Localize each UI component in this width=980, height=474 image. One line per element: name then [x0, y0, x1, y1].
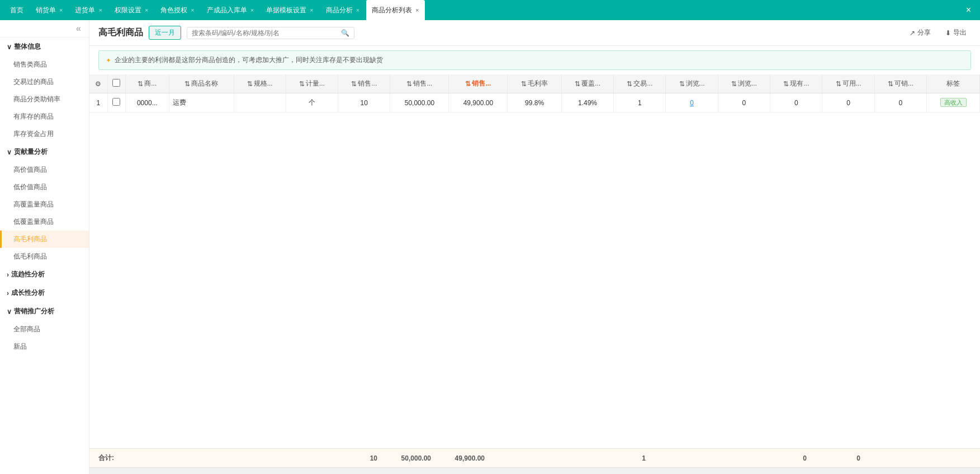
- window-close-button[interactable]: ×: [962, 5, 976, 15]
- row-select-checkbox[interactable]: [112, 98, 120, 106]
- spec-column-header: ⇅ 规格...: [234, 74, 286, 93]
- footer-transaction: 1: [604, 454, 649, 462]
- export-button[interactable]: ⬇ 导出: [941, 26, 971, 40]
- table-row: 1 0000... 运费 个 10 50,000.00 49,900.00 99…: [89, 93, 980, 112]
- sidebar-item-category-rate[interactable]: 商品分类助销率: [0, 91, 89, 108]
- select-all-checkbox[interactable]: [112, 79, 120, 87]
- search-icon[interactable]: 🔍: [341, 29, 349, 37]
- footer-sales-cost: 49,900.00: [443, 454, 488, 462]
- row-saleable: 0: [874, 93, 926, 112]
- sidebar-group-growth[interactable]: › 成长性分析: [0, 284, 89, 302]
- nav-tab-template[interactable]: 单据模板设置 ×: [261, 0, 319, 20]
- nav-tab-role[interactable]: 角色授权 ×: [155, 0, 200, 20]
- chevron-down-icon: ∨: [7, 308, 12, 316]
- filter-recent-month-button[interactable]: 近一月: [149, 26, 181, 40]
- sidebar-item-high-margin[interactable]: 高毛利商品: [0, 231, 89, 248]
- row-sales-cost: 49,900.00: [449, 93, 508, 112]
- info-banner: ✦ 企业的主要的利润都是这部分商品创造的，可考虑加大推广，同时关注库存是不要出现…: [98, 50, 971, 70]
- sales-amount-column-header: ⇅ 销售...: [390, 74, 449, 93]
- footer-label: 合计:: [98, 453, 132, 463]
- content-area: 高毛利商品 近一月 🔍 ↗ 分享 ⬇ 导出 ✦ 企业的主要的利润都是这部分商品创…: [89, 20, 980, 474]
- row-transaction: 1: [614, 93, 666, 112]
- nav-tab-analysis[interactable]: 商品分析 ×: [320, 0, 365, 20]
- row-available: 0: [822, 93, 874, 112]
- row-index: 1: [89, 93, 107, 112]
- footer-available: 0: [819, 454, 864, 462]
- nav-tab-sales[interactable]: 销货单 ×: [30, 0, 68, 20]
- close-icon[interactable]: ×: [59, 7, 63, 13]
- sidebar-group-contribution[interactable]: ∨ 贡献量分析: [0, 143, 89, 161]
- close-icon[interactable]: ×: [356, 7, 359, 13]
- share-button[interactable]: ↗ 分享: [905, 26, 935, 40]
- settings-column-header[interactable]: ⚙: [89, 74, 107, 93]
- coverage-column-header: ⇅ 覆盖...: [561, 74, 613, 93]
- sidebar-item-all-goods[interactable]: 全部商品: [0, 321, 89, 338]
- sidebar-item-high-value[interactable]: 高价值商品: [0, 161, 89, 179]
- browse2-column-header: ⇅ 浏览...: [718, 74, 770, 93]
- sidebar-item-high-coverage[interactable]: 高覆盖量商品: [0, 196, 89, 213]
- gross-margin-column-header: ⇅ 毛利率: [508, 74, 561, 93]
- nav-tab-permission[interactable]: 权限设置 ×: [109, 0, 154, 20]
- sidebar-group-overall[interactable]: ∨ 整体信息: [0, 37, 89, 56]
- table-header-row: ⚙ ⇅ 商... ⇅: [89, 74, 980, 93]
- close-icon[interactable]: ×: [191, 7, 194, 13]
- search-input[interactable]: [192, 29, 339, 37]
- nav-tab-purchase[interactable]: 进货单 ×: [69, 0, 107, 20]
- top-navigation: 首页 销货单 × 进货单 × 权限设置 × 角色授权 × 产成品入库单 × 单据…: [0, 0, 980, 20]
- close-icon[interactable]: ×: [145, 7, 148, 13]
- share-icon: ↗: [910, 29, 915, 37]
- info-icon: ✦: [106, 57, 111, 64]
- sidebar: « ∨ 整体信息 销售类商品 交易过的商品 商品分类助销率 有库存的商品 库存资…: [0, 20, 89, 474]
- table-footer: 合计: 10 50,000.00 49,900.00 1 0 0: [89, 448, 980, 467]
- sidebar-collapse-button[interactable]: «: [73, 22, 84, 35]
- available-column-header: ⇅ 可用...: [822, 74, 874, 93]
- sidebar-item-sales-goods[interactable]: 销售类商品: [0, 56, 89, 73]
- nav-tab-analysis-list[interactable]: 商品分析列表 ×: [366, 0, 424, 20]
- settings-icon: ⚙: [95, 80, 101, 88]
- tag-badge: 高收入: [940, 98, 967, 107]
- horizontal-scrollbar[interactable]: [89, 467, 980, 474]
- unit-column-header: ⇅ 计量...: [286, 74, 338, 93]
- row-unit: 个: [286, 93, 338, 112]
- footer-sales-amount: 50,000.00: [390, 454, 434, 462]
- info-text: 企业的主要的利润都是这部分商品创造的，可考虑加大推广，同时关注库存是不要出现缺货: [115, 55, 383, 65]
- row-spec: [234, 93, 286, 112]
- close-icon[interactable]: ×: [415, 7, 419, 13]
- nav-tab-product-stock[interactable]: 产成品入库单 ×: [201, 0, 259, 20]
- name-column-header: ⇅ 商品名称: [169, 74, 234, 93]
- close-icon[interactable]: ×: [310, 7, 313, 13]
- tag-column-header: 标签: [927, 74, 980, 93]
- chevron-down-icon: ∨: [7, 148, 12, 156]
- sidebar-item-low-coverage[interactable]: 低覆盖量商品: [0, 213, 89, 231]
- row-browse1[interactable]: 0: [666, 93, 718, 112]
- sidebar-item-traded-goods[interactable]: 交易过的商品: [0, 73, 89, 91]
- chevron-right-icon: ›: [7, 271, 9, 279]
- footer-sales-qty: 10: [358, 454, 381, 462]
- export-icon: ⬇: [945, 29, 951, 37]
- close-icon[interactable]: ×: [98, 7, 102, 13]
- row-sales-qty: 10: [338, 93, 390, 112]
- sidebar-item-low-margin[interactable]: 低毛利商品: [0, 248, 89, 265]
- close-icon[interactable]: ×: [250, 7, 254, 13]
- sidebar-group-marketing[interactable]: ∨ 营销推广分析: [0, 302, 89, 321]
- sidebar-item-new-goods[interactable]: 新品: [0, 338, 89, 355]
- row-browse2: 0: [718, 93, 770, 112]
- sales-qty-column-header: ⇅ 销售...: [338, 74, 390, 93]
- row-tag: 高收入: [927, 93, 980, 112]
- current-stock-column-header: ⇅ 现有...: [770, 74, 822, 93]
- search-box: 🔍: [187, 27, 354, 39]
- sidebar-group-trend[interactable]: › 流趋性分析: [0, 265, 89, 284]
- content-header: 高毛利商品 近一月 🔍 ↗ 分享 ⬇ 导出: [89, 20, 980, 46]
- row-name: 运费: [169, 93, 234, 112]
- browse1-column-header: ⇅ 浏览...: [666, 74, 718, 93]
- chevron-down-icon: ∨: [7, 43, 12, 51]
- page-title: 高毛利商品: [98, 27, 143, 39]
- row-code: 0000...: [125, 93, 169, 112]
- row-checkbox: [107, 93, 125, 112]
- data-table-container: ⚙ ⇅ 商... ⇅: [89, 74, 980, 448]
- sidebar-item-stocked-goods[interactable]: 有库存的商品: [0, 108, 89, 125]
- sidebar-item-low-value[interactable]: 低价值商品: [0, 179, 89, 196]
- sidebar-item-stock-capital[interactable]: 库存资金占用: [0, 125, 89, 143]
- nav-tab-home[interactable]: 首页: [4, 0, 29, 20]
- row-coverage: 1.49%: [561, 93, 613, 112]
